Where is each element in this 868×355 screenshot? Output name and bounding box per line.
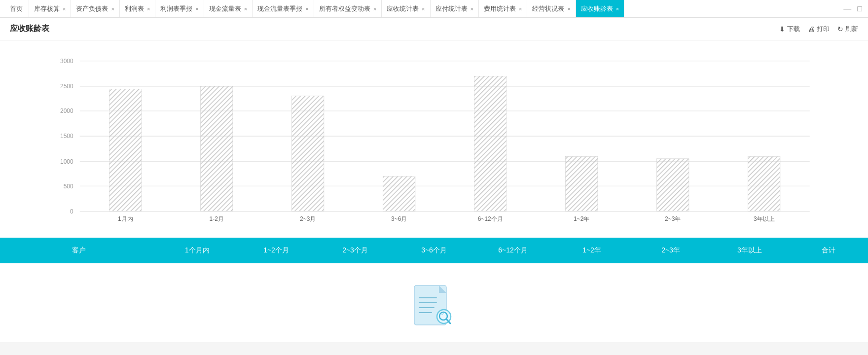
minimize-icon[interactable]: — bbox=[841, 3, 853, 14]
close-ar-stats-icon[interactable]: × bbox=[422, 6, 425, 12]
bar-8-3nianplus bbox=[748, 156, 780, 211]
close-profit-quarter-icon[interactable]: × bbox=[195, 6, 198, 12]
tab-operation-label: 经营状况表 bbox=[532, 4, 564, 13]
x-label-7: 2~3年 bbox=[665, 215, 681, 222]
tab-inventory[interactable]: 库存核算 × bbox=[29, 0, 71, 18]
close-ar-aging-icon[interactable]: × bbox=[616, 6, 619, 12]
tab-profit-label: 利润表 bbox=[125, 4, 144, 13]
download-icon: ⬇ bbox=[779, 25, 785, 33]
col-header-2-3m: 2~3个月 bbox=[316, 246, 395, 255]
chart-area: 3000 2500 2000 1500 1000 500 0 1月内 bbox=[0, 40, 868, 238]
close-ap-stats-icon[interactable]: × bbox=[470, 6, 473, 12]
close-cashflow-quarter-icon[interactable]: × bbox=[305, 6, 308, 12]
col-header-1m: 1个月内 bbox=[158, 246, 237, 255]
print-button[interactable]: 🖨 打印 bbox=[808, 25, 830, 34]
empty-illustration bbox=[407, 283, 461, 332]
bar-3-2-3yue bbox=[292, 96, 324, 212]
y-label-1000: 1000 bbox=[60, 158, 73, 165]
download-button[interactable]: ⬇ 下载 bbox=[779, 25, 800, 34]
refresh-label: 刷新 bbox=[845, 25, 858, 34]
x-label-5: 6~12个月 bbox=[478, 215, 503, 222]
col-header-1-2m: 1~2个月 bbox=[237, 246, 316, 255]
tab-ap-stats-label: 应付统计表 bbox=[435, 4, 468, 13]
tab-profit-quarter[interactable]: 利润表季报 × bbox=[155, 0, 204, 18]
window-controls: — □ bbox=[841, 3, 864, 14]
page-title: 应收账龄表 bbox=[10, 24, 49, 34]
tab-expense-stats[interactable]: 费用统计表 × bbox=[479, 0, 527, 18]
col-header-3-6m: 3~6个月 bbox=[395, 246, 473, 255]
tab-equity[interactable]: 所有者权益变动表 × bbox=[314, 0, 382, 18]
tab-profit[interactable]: 利润表 × bbox=[120, 0, 155, 18]
x-label-6: 1~2年 bbox=[574, 215, 589, 222]
tab-home[interactable]: 首页 bbox=[4, 0, 29, 18]
tab-ar-stats-label: 应收统计表 bbox=[387, 4, 419, 13]
refresh-icon: ↻ bbox=[837, 25, 843, 33]
x-label-1: 1月内 bbox=[118, 215, 133, 222]
x-label-8: 3年以上 bbox=[754, 215, 775, 222]
maximize-icon[interactable]: □ bbox=[855, 3, 864, 14]
refresh-button[interactable]: ↻ 刷新 bbox=[837, 25, 858, 34]
page-header: 应收账龄表 ⬇ 下载 🖨 打印 ↻ 刷新 bbox=[0, 18, 868, 40]
y-label-1500: 1500 bbox=[60, 133, 73, 140]
close-inventory-icon[interactable]: × bbox=[63, 6, 66, 12]
empty-state bbox=[0, 263, 868, 342]
y-label-0: 0 bbox=[70, 208, 73, 215]
close-equity-icon[interactable]: × bbox=[373, 6, 376, 12]
col-header-total: 合计 bbox=[789, 246, 868, 255]
empty-doc-icon bbox=[404, 283, 464, 332]
tab-inventory-label: 库存核算 bbox=[34, 4, 60, 13]
bar-1-yuenei bbox=[109, 89, 142, 211]
y-label-2000: 2000 bbox=[60, 107, 73, 114]
bar-7-2-3nian bbox=[657, 159, 689, 212]
close-profit-icon[interactable]: × bbox=[147, 6, 150, 12]
x-label-4: 3~6月 bbox=[391, 215, 407, 222]
bar-6-1-2nian bbox=[566, 156, 598, 211]
y-label-3000: 3000 bbox=[60, 58, 73, 65]
tab-bar: 首页 库存核算 × 资产负债表 × 利润表 × 利润表季报 × 现金流量表 × … bbox=[0, 0, 868, 18]
col-header-customer: 客户 bbox=[0, 246, 158, 255]
main-content: 3000 2500 2000 1500 1000 500 0 1月内 bbox=[0, 40, 868, 342]
col-header-3yplus: 3年以上 bbox=[710, 246, 789, 255]
tab-balance-sheet-label: 资产负债表 bbox=[76, 4, 108, 13]
y-label-500: 500 bbox=[64, 183, 73, 190]
tab-equity-label: 所有者权益变动表 bbox=[319, 4, 370, 13]
table-header: 客户 1个月内 1~2个月 2~3个月 3~6个月 6~12个月 1~2年 2~… bbox=[0, 238, 868, 263]
bar-2-1-2yue bbox=[201, 86, 233, 212]
bar-4-3-6yue bbox=[383, 177, 415, 212]
col-header-2-3y: 2~3年 bbox=[631, 246, 710, 255]
tab-cashflow[interactable]: 现金流量表 × bbox=[204, 0, 253, 18]
tab-operation[interactable]: 经营状况表 × bbox=[527, 0, 576, 18]
close-expense-stats-icon[interactable]: × bbox=[519, 6, 522, 12]
tab-ar-aging[interactable]: 应收账龄表 × bbox=[576, 0, 624, 18]
header-actions: ⬇ 下载 🖨 打印 ↻ 刷新 bbox=[779, 25, 858, 34]
home-tab-label: 首页 bbox=[10, 4, 23, 13]
close-operation-icon[interactable]: × bbox=[567, 6, 570, 12]
tab-balance-sheet[interactable]: 资产负债表 × bbox=[71, 0, 119, 18]
bar-chart: 3000 2500 2000 1500 1000 500 0 1月内 bbox=[20, 50, 848, 233]
col-header-6-12m: 6~12个月 bbox=[473, 246, 552, 255]
x-label-2: 1-2月 bbox=[210, 215, 224, 222]
y-label-2500: 2500 bbox=[60, 83, 73, 90]
print-label: 打印 bbox=[817, 25, 830, 34]
tab-cashflow-quarter-label: 现金流量表季报 bbox=[257, 4, 302, 13]
tab-expense-stats-label: 费用统计表 bbox=[484, 4, 516, 13]
tab-ar-stats[interactable]: 应收统计表 × bbox=[382, 0, 430, 18]
tab-profit-quarter-label: 利润表季报 bbox=[160, 4, 192, 13]
print-icon: 🖨 bbox=[808, 25, 815, 33]
tab-ap-stats[interactable]: 应付统计表 × bbox=[431, 0, 479, 18]
tab-cashflow-quarter[interactable]: 现金流量表季报 × bbox=[253, 0, 314, 18]
tab-cashflow-label: 现金流量表 bbox=[209, 4, 241, 13]
x-label-3: 2~3月 bbox=[300, 215, 316, 222]
bar-5-6-12 bbox=[474, 76, 506, 211]
download-label: 下载 bbox=[787, 25, 800, 34]
col-header-1-2y: 1~2年 bbox=[552, 246, 631, 255]
close-cashflow-icon[interactable]: × bbox=[244, 6, 247, 12]
close-balance-sheet-icon[interactable]: × bbox=[111, 6, 114, 12]
tab-ar-aging-label: 应收账龄表 bbox=[581, 4, 613, 13]
